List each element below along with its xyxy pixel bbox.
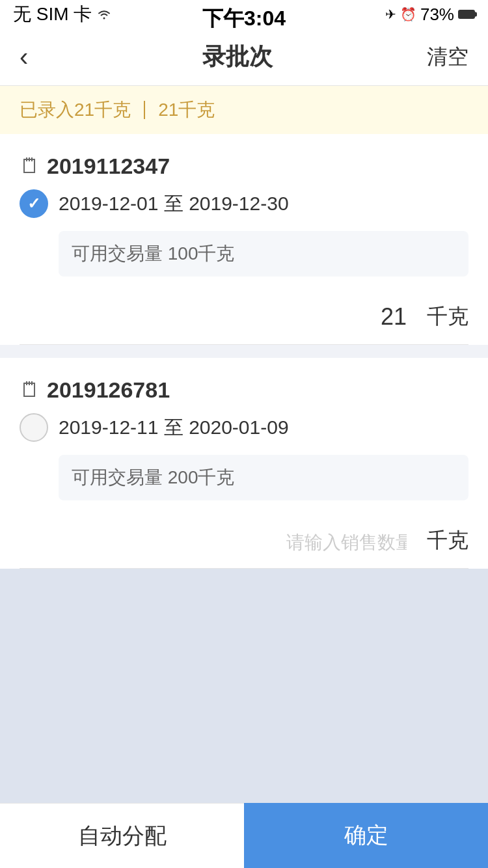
alarm-icon: ⏰	[400, 7, 416, 22]
qty-input-2[interactable]	[286, 527, 416, 554]
available-qty-2: 可用交易量 200千克	[59, 455, 468, 500]
clear-button[interactable]: 清空	[416, 43, 468, 72]
batch-date-row-2[interactable]: 2019-12-11 至 2020-01-09	[20, 413, 468, 442]
radio-1[interactable]: ✓	[20, 189, 48, 218]
batch-date-row-1[interactable]: ✓ 2019-12-01 至 2019-12-30	[20, 189, 468, 218]
battery-percent: 73%	[420, 5, 454, 25]
qty-input-1[interactable]	[286, 303, 416, 331]
qty-unit-1: 千克	[427, 303, 468, 331]
status-right: ✈ ⏰ 73%	[385, 5, 475, 25]
summary-divider	[144, 101, 145, 119]
carrier-text: 无 SIM 卡	[13, 2, 92, 27]
qty-unit-2: 千克	[427, 526, 468, 555]
summary-banner: 已录入21千克 21千克	[0, 86, 488, 134]
battery-icon	[458, 10, 475, 19]
summary-total: 21千克	[158, 98, 215, 122]
qty-input-row-2: 千克	[20, 513, 468, 569]
batch-id-1: 2019112347	[47, 154, 170, 179]
batch-card-1: 🗒 2019112347 ✓ 2019-12-01 至 2019-12-30 可…	[0, 134, 488, 345]
back-button[interactable]: ‹	[20, 42, 59, 72]
status-time: 下午3:04	[202, 5, 286, 33]
available-qty-1: 可用交易量 100千克	[59, 231, 468, 277]
wifi-icon	[97, 9, 111, 20]
radio-2[interactable]	[20, 413, 48, 442]
check-icon-1: ✓	[27, 195, 40, 213]
bottom-bar: 自动分配 确定	[0, 803, 488, 868]
batch-date-1: 2019-12-01 至 2019-12-30	[59, 191, 289, 217]
batch-card-2: 🗒 2019126781 2019-12-11 至 2020-01-09 可用交…	[0, 358, 488, 569]
batch-icon-2: 🗒	[20, 378, 40, 402]
page-title: 录批次	[202, 41, 273, 73]
status-bar: 无 SIM 卡 下午3:04 ✈ ⏰ 73%	[0, 0, 488, 29]
auto-distribute-button[interactable]: 自动分配	[0, 803, 244, 868]
summary-recorded: 已录入21千克	[20, 98, 131, 122]
qty-input-row-1: 千克	[20, 290, 468, 345]
batch-header-1: 🗒 2019112347	[20, 154, 468, 179]
confirm-button[interactable]: 确定	[244, 803, 488, 868]
location-icon: ✈	[385, 7, 396, 22]
card-divider	[0, 345, 488, 358]
batch-icon-1: 🗒	[20, 154, 40, 178]
batch-date-2: 2019-12-11 至 2020-01-09	[59, 414, 289, 441]
status-left: 无 SIM 卡	[13, 2, 111, 27]
batch-id-2: 2019126781	[47, 377, 170, 403]
batch-header-2: 🗒 2019126781	[20, 377, 468, 403]
nav-bar: ‹ 录批次 清空	[0, 29, 488, 86]
